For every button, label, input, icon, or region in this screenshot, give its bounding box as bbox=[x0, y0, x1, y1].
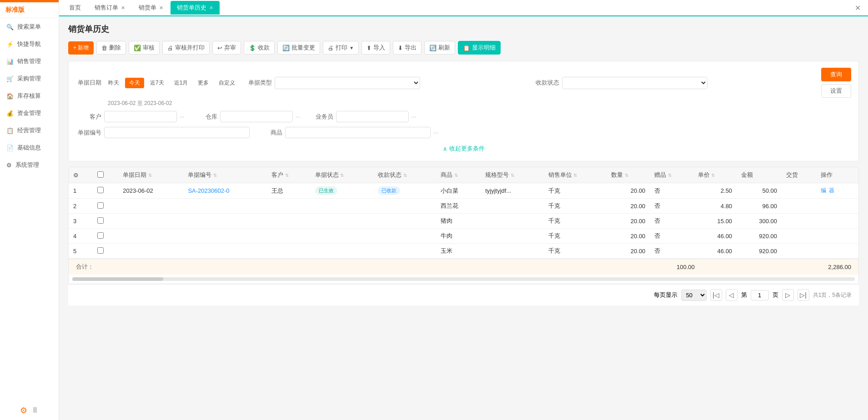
date-btn-yesterday[interactable]: 昨天 bbox=[104, 78, 123, 88]
doc-no-link[interactable]: SA-20230602-0 bbox=[188, 187, 229, 194]
collapse-filter-button[interactable]: ∧ 收起更多条件 bbox=[76, 143, 851, 155]
cell-checkbox[interactable] bbox=[93, 229, 118, 244]
select-all-checkbox[interactable] bbox=[97, 171, 104, 178]
receipt-status-select[interactable] bbox=[562, 77, 707, 89]
cell-unit-price: 15.00 bbox=[693, 214, 737, 229]
sidebar-item-quick-nav[interactable]: ⚡ 快捷导航 bbox=[0, 35, 59, 53]
col-sales-unit[interactable]: 销售单位 ⇅ bbox=[544, 167, 607, 183]
col-doc-date[interactable]: 单据日期 ⇅ bbox=[118, 167, 183, 183]
close-all-tabs-button[interactable]: ✕ bbox=[851, 2, 864, 14]
cell-transaction bbox=[782, 214, 816, 229]
cell-goods: 猪肉 bbox=[436, 214, 481, 229]
tab-close-sales-goods[interactable]: ✕ bbox=[159, 5, 163, 11]
horizontal-scrollbar[interactable] bbox=[69, 275, 858, 284]
row-checkbox[interactable] bbox=[97, 247, 104, 254]
tab-home[interactable]: 首页 bbox=[63, 1, 87, 15]
col-goods[interactable]: 商品 ⇅ bbox=[436, 167, 481, 183]
salesperson-input[interactable] bbox=[336, 111, 409, 122]
page-first-button[interactable]: |◁ bbox=[710, 289, 722, 301]
import-button[interactable]: ⬆ 导入 bbox=[361, 41, 390, 55]
show-details-button[interactable]: 📋 显示明细 bbox=[458, 41, 501, 55]
date-btn-7days[interactable]: 近7天 bbox=[146, 78, 168, 88]
sidebar-item-funds-mgmt[interactable]: 💰 资金管理 bbox=[0, 105, 59, 122]
page-number-input[interactable] bbox=[751, 290, 769, 300]
cell-checkbox[interactable] bbox=[93, 183, 118, 199]
cell-spec bbox=[481, 199, 543, 214]
refresh-button[interactable]: 🔃 刷新 bbox=[424, 41, 455, 55]
tab-close-sales-order[interactable]: ✕ bbox=[121, 5, 125, 11]
query-button[interactable]: 查询 bbox=[821, 68, 851, 81]
abandon-button[interactable]: ↩ 弃审 bbox=[212, 41, 241, 55]
warehouse-input[interactable] bbox=[220, 111, 293, 122]
docno-input[interactable] bbox=[104, 127, 250, 138]
goods-input[interactable] bbox=[285, 127, 431, 138]
tab-close-sales-history[interactable]: ✕ bbox=[209, 5, 213, 11]
sidebar-item-ops-mgmt[interactable]: 📋 经营管理 bbox=[0, 122, 59, 139]
per-page-select[interactable]: 50 100 200 bbox=[681, 290, 707, 301]
date-btn-today[interactable]: 今天 bbox=[125, 78, 144, 88]
page-last-button[interactable]: ▷| bbox=[798, 289, 809, 301]
sidebar-item-sys-mgmt[interactable]: ⚙ 系统管理 bbox=[0, 156, 59, 174]
col-unit-price[interactable]: 单价 ⇅ bbox=[693, 167, 737, 183]
export-button[interactable]: ⬇ 导出 bbox=[393, 41, 421, 55]
col-receipt-status[interactable]: 收款状态 ⇅ bbox=[373, 167, 436, 183]
row-checkbox[interactable] bbox=[97, 202, 104, 209]
col-amount: 金额 bbox=[737, 167, 782, 183]
audit-button[interactable]: ✅ 审核 bbox=[129, 41, 160, 55]
salesperson-picker-icon[interactable]: ··· bbox=[411, 113, 416, 120]
tab-sales-goods[interactable]: 销货单 ✕ bbox=[132, 1, 170, 15]
cell-checkbox[interactable] bbox=[93, 214, 118, 229]
date-btn-custom[interactable]: 自定义 bbox=[215, 78, 239, 88]
col-gift[interactable]: 赠品 ⇅ bbox=[650, 167, 693, 183]
row-checkbox[interactable] bbox=[97, 217, 104, 224]
col-doc-status[interactable]: 单据状态 ⇅ bbox=[311, 167, 373, 183]
cell-checkbox[interactable] bbox=[93, 199, 118, 214]
settings-button[interactable]: 设置 bbox=[821, 84, 851, 98]
goods-picker-icon[interactable]: ··· bbox=[433, 129, 438, 136]
collect-button[interactable]: 💲 收款 bbox=[244, 41, 275, 55]
cell-amount: 50.00 bbox=[737, 183, 782, 199]
date-btn-more[interactable]: 更多 bbox=[194, 78, 213, 88]
cell-amount: 96.00 bbox=[737, 199, 782, 214]
page-prev-button[interactable]: ◁ bbox=[726, 289, 738, 301]
tab-sales-order[interactable]: 销售订单 ✕ bbox=[88, 1, 131, 15]
sidebar-item-inventory-calc[interactable]: 🏠 库存核算 bbox=[0, 87, 59, 105]
col-ops: 操作 bbox=[816, 167, 858, 183]
col-doc-no[interactable]: 单据编号 ⇅ bbox=[183, 167, 267, 183]
sidebar-item-search-menu[interactable]: 🔍 搜索菜单 bbox=[0, 18, 59, 35]
cell-checkbox[interactable] bbox=[93, 244, 118, 259]
col-checkbox[interactable] bbox=[93, 167, 118, 183]
row-checkbox[interactable] bbox=[97, 232, 104, 239]
col-spec[interactable]: 规格型号 ⇅ bbox=[481, 167, 543, 183]
cell-doc-no bbox=[183, 229, 267, 244]
col-gear[interactable]: ⚙ bbox=[69, 167, 93, 183]
customer-picker-icon[interactable]: ··· bbox=[180, 113, 185, 120]
col-qty[interactable]: 数量 ⇅ bbox=[607, 167, 650, 183]
sidebar-item-sales-mgmt[interactable]: 📊 销售管理 bbox=[0, 53, 59, 70]
filter-action-buttons: 查询 设置 bbox=[821, 68, 851, 98]
date-btn-1month[interactable]: 近1月 bbox=[170, 78, 192, 88]
customer-input[interactable] bbox=[104, 111, 177, 122]
page-next-button[interactable]: ▷ bbox=[782, 289, 794, 301]
edit-op-button[interactable]: 编 bbox=[821, 187, 826, 194]
col-customer[interactable]: 客户 ⇅ bbox=[267, 167, 310, 183]
tab-sales-history[interactable]: 销货单历史 ✕ bbox=[171, 1, 220, 15]
print-button[interactable]: 🖨 打印 ▼ bbox=[323, 41, 359, 55]
refresh-icon: 🔃 bbox=[429, 45, 437, 51]
warehouse-picker-icon[interactable]: ··· bbox=[296, 113, 301, 120]
doctype-select[interactable] bbox=[275, 77, 420, 89]
new-button[interactable]: + 新增 bbox=[68, 41, 94, 55]
cell-sales-unit: 千克 bbox=[544, 214, 607, 229]
sidebar-item-purchase-mgmt[interactable]: 🛒 采购管理 bbox=[0, 70, 59, 87]
sidebar-item-basic-info[interactable]: 📄 基础信息 bbox=[0, 139, 59, 156]
sidebar-collapse-icon[interactable]: ⏸ bbox=[31, 405, 39, 415]
table-row: 3 猪肉 千克 20.00 否 15.00 300.00 bbox=[69, 214, 858, 229]
batch-change-button[interactable]: 🔄 批量变更 bbox=[277, 41, 320, 55]
row-checkbox[interactable] bbox=[97, 187, 104, 193]
sales-mgmt-icon: 📊 bbox=[6, 58, 14, 65]
more-op-button[interactable]: 器 bbox=[829, 187, 834, 194]
audit-print-button[interactable]: 🖨 审核并打印 bbox=[162, 41, 210, 55]
toolbar: + 新增 🗑 删除 ✅ 审核 🖨 审核并打印 ↩ 弃审 💲 收款 bbox=[68, 41, 859, 55]
delete-button[interactable]: 🗑 删除 bbox=[96, 41, 126, 55]
sidebar-settings-icon[interactable]: ⚙ bbox=[20, 405, 27, 415]
